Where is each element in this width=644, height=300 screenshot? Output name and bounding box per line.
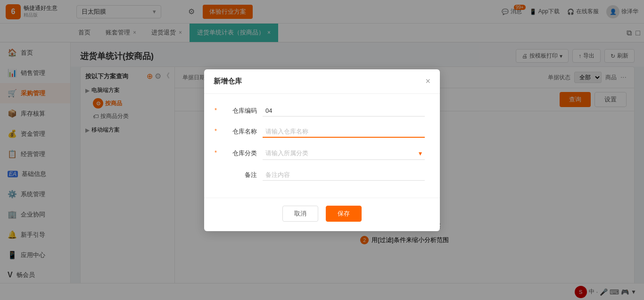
warehouse-category-select[interactable]: 请输入所属分类 ▾ bbox=[263, 147, 425, 160]
warehouse-code-input[interactable] bbox=[263, 105, 425, 117]
warehouse-name-label: 仓库名称 bbox=[219, 127, 257, 136]
warehouse-name-input[interactable] bbox=[263, 126, 425, 138]
modal-overlay: 新增仓库 × 仓库编码 仓库名称 仓库分类 请输入所属分类 ▾ bbox=[0, 0, 644, 300]
modal-title: 新增仓库 bbox=[214, 77, 242, 86]
warehouse-name-row: 仓库名称 bbox=[219, 126, 425, 138]
save-button[interactable]: 保存 bbox=[326, 206, 362, 222]
warehouse-note-input[interactable] bbox=[263, 169, 425, 181]
modal-close-button[interactable]: × bbox=[425, 77, 430, 85]
warehouse-note-row: 备注 bbox=[219, 169, 425, 181]
new-warehouse-modal: 新增仓库 × 仓库编码 仓库名称 仓库分类 请输入所属分类 ▾ bbox=[204, 69, 440, 231]
warehouse-code-label: 仓库编码 bbox=[219, 107, 257, 115]
category-placeholder: 请输入所属分类 bbox=[265, 149, 308, 158]
cancel-button[interactable]: 取消 bbox=[282, 206, 318, 222]
modal-body: 仓库编码 仓库名称 仓库分类 请输入所属分类 ▾ 备注 bbox=[204, 94, 440, 198]
modal-footer: 取消 保存 bbox=[204, 198, 440, 231]
warehouse-note-label: 备注 bbox=[219, 171, 257, 179]
warehouse-code-row: 仓库编码 bbox=[219, 105, 425, 117]
warehouse-category-label: 仓库分类 bbox=[219, 149, 257, 158]
modal-header: 新增仓库 × bbox=[204, 69, 440, 94]
warehouse-category-row: 仓库分类 请输入所属分类 ▾ bbox=[219, 147, 425, 160]
dropdown-arrow-icon: ▾ bbox=[419, 150, 422, 157]
